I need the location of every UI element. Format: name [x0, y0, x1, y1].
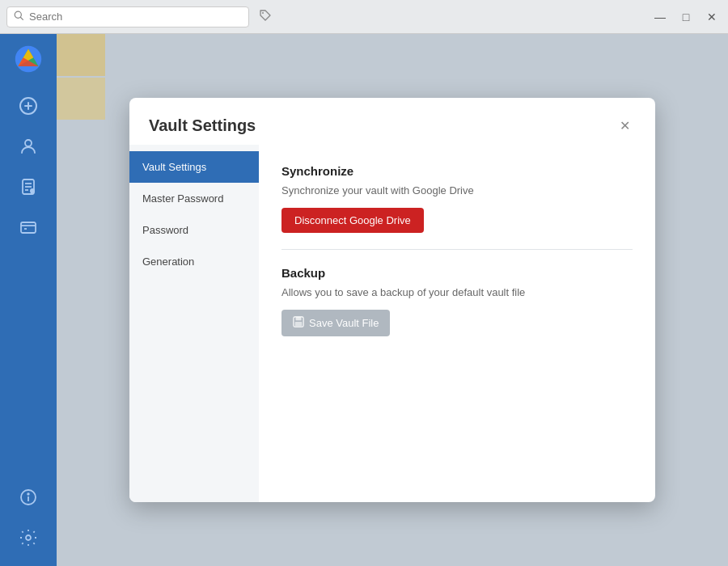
modal-header: Vault Settings ✕ — [129, 98, 655, 145]
svg-point-2 — [262, 12, 264, 14]
sidebar-item-add[interactable] — [10, 87, 47, 125]
save-vault-file-button[interactable]: Save Vault File — [281, 310, 390, 336]
svg-point-7 — [25, 140, 32, 146]
nav-item-master-password[interactable]: Master Password — [129, 183, 259, 214]
title-bar: — □ ✕ — [0, 0, 728, 34]
synchronize-title: Synchronize — [281, 164, 633, 178]
main-layout: + — [0, 34, 728, 566]
window-close-button[interactable]: ✕ — [702, 7, 722, 27]
sidebar-item-documents[interactable]: + — [10, 168, 47, 205]
search-input[interactable] — [29, 11, 126, 23]
save-vault-label: Save Vault File — [309, 317, 379, 329]
maximize-button[interactable]: □ — [676, 7, 696, 27]
backup-description: Allows you to save a backup of your defa… — [281, 286, 633, 298]
app-logo — [10, 40, 47, 78]
modal-nav: Vault Settings Master Password Password … — [129, 145, 259, 502]
synchronize-section: Synchronize Synchronize your vault with … — [281, 164, 633, 233]
disconnect-google-drive-button[interactable]: Disconnect Google Drive — [281, 208, 424, 233]
window-controls: — □ ✕ — [650, 7, 722, 27]
search-bar[interactable] — [6, 6, 249, 27]
backup-title: Backup — [281, 266, 633, 280]
modal-close-button[interactable]: ✕ — [613, 114, 636, 137]
vault-settings-modal: Vault Settings ✕ Vault Settings Master P… — [129, 98, 655, 502]
svg-point-19 — [28, 493, 29, 495]
modal-overlay: Vault Settings ✕ Vault Settings Master P… — [57, 34, 728, 566]
sidebar: + — [0, 34, 57, 566]
backup-section: Backup Allows you to save a backup of yo… — [281, 266, 633, 336]
modal-title: Vault Settings — [149, 116, 256, 135]
sidebar-item-profile[interactable] — [10, 128, 47, 165]
svg-rect-23 — [295, 322, 303, 326]
svg-rect-22 — [296, 317, 302, 320]
modal-body: Vault Settings Master Password Password … — [129, 145, 655, 502]
nav-item-generation[interactable]: Generation — [129, 246, 259, 277]
minimize-button[interactable]: — — [650, 7, 670, 27]
save-icon — [293, 316, 304, 330]
sidebar-item-info[interactable] — [10, 479, 47, 516]
sidebar-item-settings[interactable] — [10, 519, 47, 556]
nav-item-vault-settings[interactable]: Vault Settings — [129, 151, 259, 183]
section-divider — [281, 249, 633, 250]
modal-main-content: Synchronize Synchronize your vault with … — [259, 145, 655, 502]
sidebar-bottom — [10, 479, 47, 566]
nav-item-password[interactable]: Password — [129, 214, 259, 246]
synchronize-description: Synchronize your vault with Google Drive — [281, 184, 633, 196]
search-icon — [14, 11, 24, 23]
svg-rect-14 — [21, 222, 36, 233]
content-area: Vault Settings ✕ Vault Settings Master P… — [57, 34, 728, 566]
svg-line-1 — [21, 17, 23, 19]
svg-point-20 — [26, 535, 31, 540]
tag-icon — [259, 9, 272, 25]
sidebar-item-cards[interactable] — [10, 209, 47, 246]
